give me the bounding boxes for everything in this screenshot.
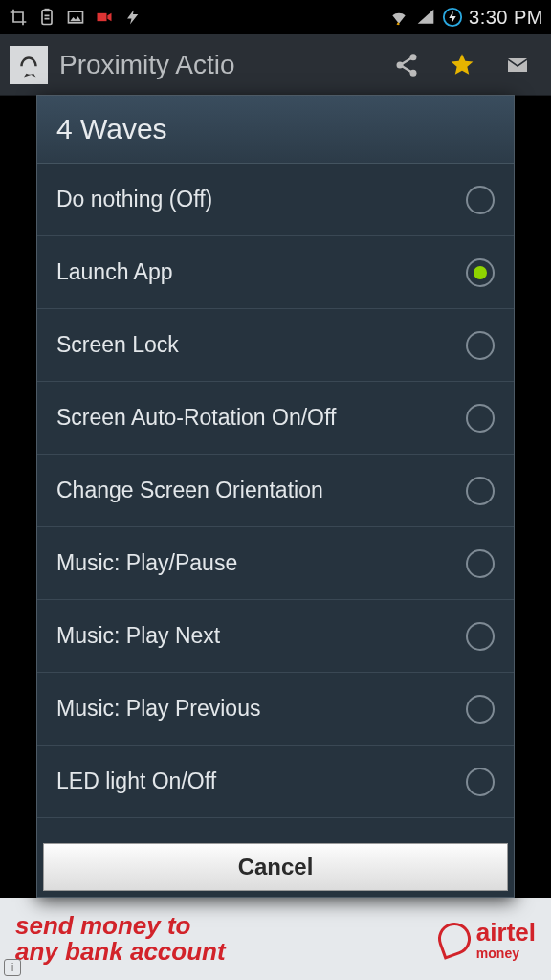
- option-row[interactable]: Do nothing (Off): [37, 164, 514, 236]
- ad-text: send money to any bank account: [15, 913, 226, 966]
- dialog-title: 4 Waves: [37, 96, 514, 164]
- option-row[interactable]: Screen Auto-Rotation On/Off: [37, 382, 514, 455]
- cancel-button[interactable]: Cancel: [43, 843, 508, 891]
- wifi-icon: [388, 7, 409, 28]
- ad-brand: airtel: [476, 918, 536, 947]
- ad-logo: airtel money: [438, 918, 536, 961]
- radio-indicator[interactable]: [466, 258, 495, 287]
- share-icon[interactable]: [392, 51, 421, 79]
- ad-banner[interactable]: i send money to any bank account airtel …: [0, 898, 551, 980]
- option-label: LED light On/Off: [56, 768, 466, 794]
- option-label: Music: Play Previous: [56, 696, 466, 722]
- option-row[interactable]: Screen Lock: [37, 309, 514, 382]
- option-row[interactable]: Music: Play Next: [37, 600, 514, 673]
- option-label: Screen Lock: [56, 332, 466, 358]
- radio-indicator[interactable]: [466, 549, 495, 578]
- radio-indicator[interactable]: [466, 695, 495, 724]
- option-label: Change Screen Orientation: [56, 478, 466, 503]
- app-title: Proximity Actio: [59, 50, 235, 80]
- clipboard-icon: [36, 7, 57, 28]
- flash-icon: [122, 7, 143, 28]
- option-label: Music: Play/Pause: [56, 550, 466, 576]
- option-label: Do nothing (Off): [56, 187, 466, 212]
- radio-indicator[interactable]: [466, 768, 495, 796]
- ad-line-2: any bank account: [15, 939, 226, 965]
- svg-rect-1: [45, 9, 50, 11]
- image-icon: [65, 7, 86, 28]
- status-clock: 3:30 PM: [469, 7, 543, 29]
- radio-indicator[interactable]: [466, 622, 495, 651]
- ad-brand-sub: money: [476, 946, 536, 961]
- option-label: Launch App: [56, 259, 466, 285]
- record-icon: [94, 7, 115, 28]
- star-icon[interactable]: [448, 51, 476, 79]
- action-bar: Proximity Actio: [0, 34, 551, 96]
- svg-rect-0: [42, 11, 52, 25]
- option-row[interactable]: Music: Play/Pause: [37, 527, 514, 600]
- option-row[interactable]: Music: Play Previous: [37, 673, 514, 746]
- radio-indicator[interactable]: [466, 404, 495, 433]
- ad-info-icon[interactable]: i: [4, 959, 21, 976]
- radio-indicator[interactable]: [466, 186, 495, 214]
- action-picker-dialog: 4 Waves Do nothing (Off)Launch AppScreen…: [36, 95, 515, 898]
- option-list: Do nothing (Off)Launch AppScreen LockScr…: [37, 164, 514, 837]
- battery-charging-icon: [442, 7, 463, 28]
- ad-line-1: send money to: [15, 913, 226, 939]
- airtel-swirl-icon: [433, 918, 475, 960]
- option-row[interactable]: Launch App: [37, 236, 514, 309]
- status-bar: 3:30 PM: [0, 0, 551, 34]
- svg-rect-3: [98, 13, 107, 21]
- radio-indicator[interactable]: [466, 331, 495, 360]
- option-label: Screen Auto-Rotation On/Off: [56, 405, 466, 431]
- option-row[interactable]: Change Screen Orientation: [37, 455, 514, 527]
- app-icon: [10, 46, 48, 84]
- mail-icon[interactable]: [503, 51, 532, 79]
- radio-indicator[interactable]: [466, 477, 495, 505]
- option-label: Music: Play Next: [56, 623, 466, 649]
- crop-icon: [8, 7, 29, 28]
- option-row[interactable]: LED light On/Off: [37, 746, 514, 818]
- signal-icon: [415, 7, 436, 28]
